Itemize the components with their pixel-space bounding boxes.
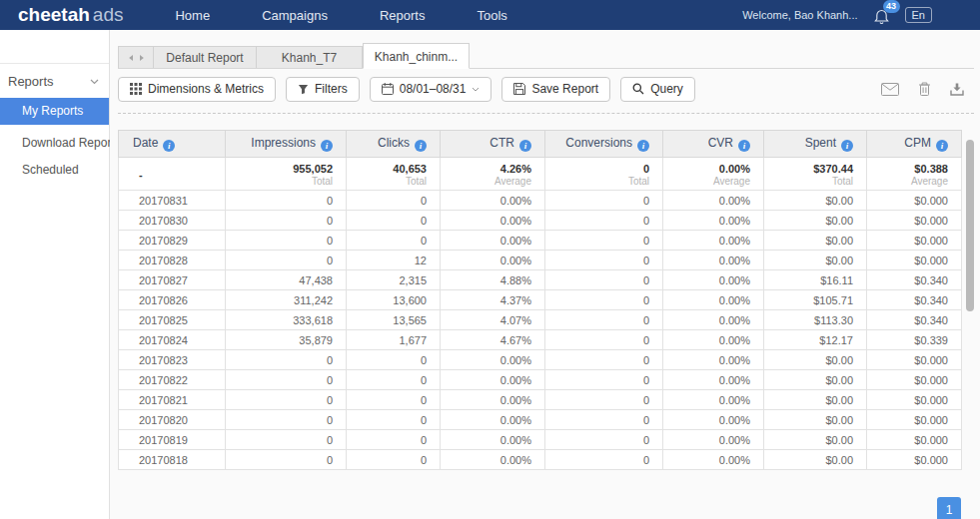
calendar-icon (382, 83, 394, 95)
total-cell: $0.388Average (867, 158, 962, 191)
table-row: 2017082747,4382,3154.88%00.00%$16.11$0.3… (119, 270, 962, 290)
tab-khanh-t7[interactable]: Khanh_T7 (257, 46, 363, 68)
value-cell: 0 (545, 350, 663, 370)
filter-icon (298, 84, 309, 95)
tab-default-report[interactable]: Default Report (154, 46, 257, 68)
nav-home[interactable]: Home (175, 8, 210, 23)
info-icon[interactable]: i (519, 140, 531, 152)
value-cell: 0 (226, 450, 347, 470)
table-row: 20170822000.00%00.00%$0.00$0.000 (119, 370, 962, 390)
value-cell: 4.67% (441, 330, 545, 350)
column-label: CPM (904, 136, 931, 150)
tab-next-button[interactable] (139, 54, 145, 62)
date-cell: 20170827 (119, 270, 226, 290)
info-icon[interactable]: i (637, 140, 649, 152)
scrollbar-thumb[interactable] (966, 140, 974, 311)
nav-reports[interactable]: Reports (380, 8, 426, 23)
value-cell: 0 (226, 251, 347, 270)
value-cell: $0.000 (867, 211, 962, 231)
user-menu[interactable]: Welcome, Bao Khanh... (742, 9, 857, 21)
date-cell: 20170820 (119, 410, 226, 430)
table-scrollbar[interactable] (966, 131, 975, 482)
date-range-button[interactable]: 08/01–08/31 (370, 77, 492, 102)
sidebar-section-label: Reports (8, 74, 54, 89)
value-cell: 311,242 (226, 290, 347, 310)
value-cell: $0.000 (867, 251, 962, 270)
nav-campaigns[interactable]: Campaigns (262, 8, 328, 23)
sidebar-item-download-report[interactable]: Download Report (0, 131, 109, 155)
page-1-button[interactable]: 1 (937, 497, 961, 519)
value-cell: 0.00% (663, 370, 764, 390)
filters-label: Filters (315, 82, 348, 96)
column-label: Conversions (565, 136, 632, 150)
query-button[interactable]: Query (620, 77, 695, 102)
date-cell: 20170830 (119, 211, 226, 231)
value-cell: 0 (545, 251, 663, 270)
value-cell: $0.000 (867, 231, 962, 251)
date-cell: 20170819 (119, 430, 226, 450)
notifications-button[interactable]: 43 (874, 6, 889, 25)
brand-logo[interactable]: cheetahads (18, 0, 123, 30)
notification-badge: 43 (883, 0, 900, 13)
column-header-impressions[interactable]: Impressionsi (226, 131, 347, 158)
value-cell: 0 (545, 330, 663, 350)
info-icon[interactable]: i (321, 140, 333, 152)
column-header-ctr[interactable]: CTRi (441, 131, 545, 158)
date-cell: 20170825 (119, 310, 226, 330)
table-row: 20170823000.00%00.00%$0.00$0.000 (119, 350, 962, 370)
value-cell: $0.00 (764, 390, 867, 410)
value-cell: 0.00% (441, 430, 545, 450)
info-icon[interactable]: i (738, 140, 750, 152)
dimensions-metrics-button[interactable]: Dimensions & Metrics (118, 77, 276, 102)
info-icon[interactable]: i (163, 140, 175, 152)
sidebar-item-my-reports[interactable]: My Reports (0, 98, 109, 125)
sidebar-item-scheduled[interactable]: Scheduled (0, 158, 109, 182)
nav-tools[interactable]: Tools (477, 8, 506, 23)
mail-icon[interactable] (881, 83, 899, 96)
column-header-date[interactable]: Datei (119, 131, 226, 158)
report-action-icons (881, 82, 964, 96)
total-cell: 4.26%Average (441, 158, 545, 191)
table-row: 20170830000.00%00.00%$0.00$0.000 (119, 211, 962, 231)
trash-icon[interactable] (918, 82, 931, 96)
tab-prev-button[interactable] (128, 54, 134, 62)
value-cell: 0 (226, 350, 347, 370)
value-cell: 0.00% (663, 330, 764, 350)
value-cell: $0.00 (764, 211, 867, 231)
value-cell: $113.30 (764, 310, 867, 330)
value-cell: $12.17 (764, 330, 867, 350)
info-icon[interactable]: i (415, 140, 427, 152)
value-cell: 0.00% (663, 390, 764, 410)
column-header-conversions[interactable]: Conversionsi (545, 131, 663, 158)
save-report-button[interactable]: Save Report (501, 77, 610, 102)
sidebar-section-reports[interactable]: Reports (8, 74, 99, 89)
chevron-down-icon (90, 79, 99, 85)
tab-khanh-chinm[interactable]: Khanh_chinm... (363, 43, 470, 69)
column-header-cvr[interactable]: CVRi (663, 131, 764, 158)
value-cell: $0.000 (867, 450, 962, 470)
column-header-cpm[interactable]: CPMi (867, 131, 962, 158)
date-range-label: 08/01–08/31 (400, 82, 467, 96)
value-cell: 0 (545, 450, 663, 470)
value-cell: 0.00% (441, 450, 545, 470)
sidebar-divider (0, 63, 109, 64)
filters-button[interactable]: Filters (286, 77, 360, 102)
table-row: 20170829000.00%00.00%$0.00$0.000 (119, 231, 962, 251)
value-cell: 0.00% (663, 231, 764, 251)
save-report-label: Save Report (531, 82, 598, 96)
column-label: CTR (490, 136, 514, 150)
column-header-clicks[interactable]: Clicksi (347, 131, 441, 158)
column-header-spent[interactable]: Spenti (764, 131, 867, 158)
info-icon[interactable]: i (936, 140, 948, 152)
topbar: cheetahads Home Campaigns Reports Tools … (0, 0, 980, 30)
value-cell: 0.00% (663, 450, 764, 470)
value-cell: 12 (347, 251, 441, 270)
value-cell: 0.00% (441, 370, 545, 390)
value-cell: 4.07% (441, 310, 545, 330)
value-cell: 0 (347, 231, 441, 251)
language-button[interactable]: En (905, 7, 932, 23)
value-cell: 0.00% (663, 290, 764, 310)
info-icon[interactable]: i (841, 140, 853, 152)
tab-bar: Default Report Khanh_T7 Khanh_chinm... (118, 42, 974, 69)
download-icon[interactable] (950, 83, 964, 96)
